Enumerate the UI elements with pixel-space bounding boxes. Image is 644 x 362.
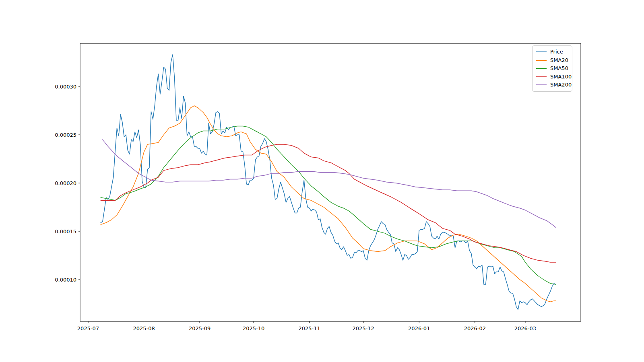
legend-item-sma20: SMA20 <box>533 56 572 65</box>
legend-label: SMA20 <box>550 56 568 65</box>
legend-item-sma100: SMA100 <box>533 73 572 81</box>
legend: Price SMA20 SMA50 SMA100 SMA200 <box>532 45 572 92</box>
y-tick-label: 0.00030 <box>55 84 76 90</box>
legend-label: SMA200 <box>550 81 572 89</box>
y-tick-label: 0.00015 <box>55 228 76 234</box>
x-tick-label: 2025-07 <box>77 325 99 331</box>
figure: 2025-072025-082025-092025-102025-112025-… <box>0 0 644 362</box>
sma200-line-swatch-icon <box>536 84 547 85</box>
legend-item-sma50: SMA50 <box>533 64 572 73</box>
sma200-line <box>103 140 556 227</box>
legend-item-sma200: SMA200 <box>533 81 572 89</box>
legend-label: SMA50 <box>550 64 568 73</box>
x-tick-label: 2025-10 <box>243 325 264 331</box>
legend-label: Price <box>550 48 563 56</box>
x-tick-label: 2026-01 <box>408 325 430 331</box>
x-tick-label: 2025-08 <box>133 325 155 331</box>
legend-label: SMA100 <box>550 73 572 81</box>
y-tick-label: 0.00020 <box>55 180 76 186</box>
x-tick-label: 2026-03 <box>514 325 536 331</box>
sma20-line-swatch-icon <box>536 60 547 61</box>
sma50-line <box>101 126 556 285</box>
sma50-line-swatch-icon <box>536 68 547 69</box>
x-tick-label: 2025-09 <box>189 325 211 331</box>
price-line-swatch-icon <box>536 51 547 52</box>
x-tick-label: 2025-12 <box>353 325 374 331</box>
sma20-line <box>101 106 556 302</box>
x-tick-label: 2025-11 <box>299 325 320 331</box>
y-tick-label: 0.00010 <box>55 277 76 283</box>
sma100-line-swatch-icon <box>536 76 547 77</box>
y-tick-label: 0.00025 <box>55 132 76 138</box>
sma100-line <box>101 144 556 262</box>
x-tick-label: 2026-02 <box>464 325 486 331</box>
legend-item-price: Price <box>533 48 572 56</box>
